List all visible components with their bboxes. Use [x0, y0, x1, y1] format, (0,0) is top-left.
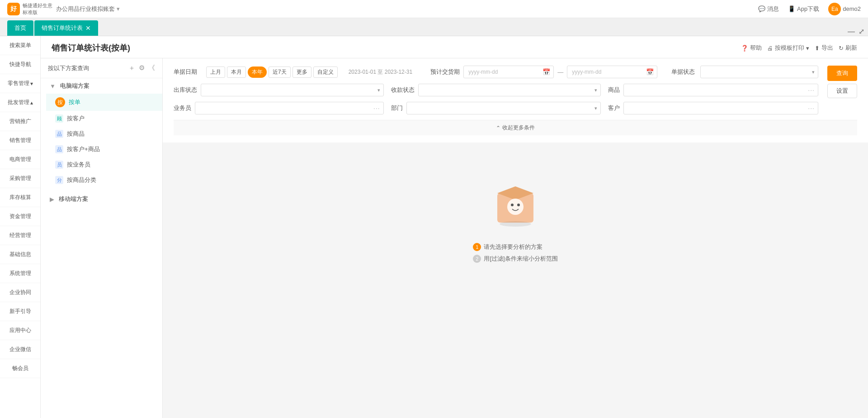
- department-wrapper: ▾: [406, 102, 601, 114]
- export-button[interactable]: ⬆ 导出: [815, 44, 833, 52]
- tip-num-2: 2: [473, 255, 481, 263]
- sidebar-item-marketing[interactable]: 营销推广: [0, 112, 40, 131]
- tree-item-by-customer[interactable]: 顾 按客户: [46, 111, 162, 126]
- chevron-down-icon: ▾: [30, 81, 33, 87]
- filter-row-status: 出库状态 ▾ 收款状态: [174, 84, 818, 96]
- svg-point-4: [517, 204, 520, 206]
- sidebar-item-app-center[interactable]: 应用中心: [0, 321, 40, 340]
- department-select[interactable]: [406, 102, 601, 114]
- sidebar-item-basic[interactable]: 基础信息: [0, 245, 40, 264]
- settings-button[interactable]: 设置: [827, 84, 857, 98]
- this-year-btn[interactable]: 本年: [248, 66, 267, 78]
- goods-input[interactable]: [623, 84, 818, 96]
- left-panel: 按以下方案查询 ＋ ⚙ 《 ▼ 电脑端方案 按 按单: [41, 58, 163, 418]
- refresh-button[interactable]: ↻ 刷新: [839, 44, 857, 52]
- more-btn[interactable]: 更多: [292, 66, 311, 78]
- tree-icon-by-salesperson: 员: [55, 161, 63, 169]
- phone-icon: 📱: [788, 5, 795, 12]
- breadcrumb: 办公用品行业模拟账套 ▾: [56, 5, 120, 13]
- page-title: 销售订单统计表(按单): [52, 43, 130, 53]
- add-scheme-button[interactable]: ＋: [128, 64, 135, 72]
- filter-group-delivery: 出库状态 ▾: [174, 84, 384, 96]
- settings-scheme-button[interactable]: ⚙: [139, 64, 145, 72]
- message-button[interactable]: 💬 消息: [758, 5, 779, 13]
- tree-pc-section: ▼ 电脑端方案: [41, 78, 162, 94]
- topbar: 好 畅捷通好生意 标准版 办公用品行业模拟账套 ▾ 💬 消息 📱 App下载 E…: [0, 0, 868, 18]
- filter-group-customer: 客户 ···: [608, 102, 818, 114]
- sidebar-item-wholesale[interactable]: 批发管理 ▴: [0, 93, 40, 112]
- tree-item-by-goods[interactable]: 品 按商品: [46, 126, 162, 142]
- maximize-button[interactable]: ⤢: [859, 27, 864, 36]
- filter-section: 单据日期 上月 本月 本年 近7天 更多 自定义 2023-01-01 至 20…: [163, 58, 868, 142]
- export-icon: ⬆: [815, 45, 820, 52]
- sidebar-item-enterprise-wechat[interactable]: 企业微信: [0, 340, 40, 359]
- tree-icon-by-customer-goods: 品: [55, 145, 63, 153]
- avatar: Ea: [828, 3, 841, 15]
- tree-item-by-order[interactable]: 按 按单: [46, 94, 162, 111]
- customer-dots-icon[interactable]: ···: [808, 104, 815, 112]
- right-panel: 单据日期 上月 本月 本年 近7天 更多 自定义 2023-01-01 至 20…: [163, 58, 868, 418]
- sidebar-item-enterprise-collab[interactable]: 企业协同: [0, 283, 40, 302]
- goods-dots-icon[interactable]: ···: [808, 86, 815, 94]
- calendar-end-icon[interactable]: 📅: [646, 68, 654, 76]
- tab-sales-order-stats[interactable]: 销售订单统计表 ✕: [34, 20, 98, 36]
- minimize-button[interactable]: —: [848, 28, 855, 36]
- tree-expand-icon[interactable]: ▼: [50, 83, 56, 90]
- this-month-btn[interactable]: 本月: [227, 66, 246, 78]
- expected-delivery-start-input[interactable]: [463, 66, 554, 78]
- page-header: 销售订单统计表(按单) ❓ 帮助 🖨 按模板打印 ▾ ⬆ 导出 ↻ 刷新: [41, 36, 868, 58]
- breadcrumb-dropdown[interactable]: ▾: [117, 5, 120, 12]
- help-button[interactable]: ❓ 帮助: [741, 44, 762, 52]
- calendar-start-icon[interactable]: 📅: [542, 68, 550, 76]
- print-dropdown-icon[interactable]: ▾: [806, 45, 809, 52]
- svg-point-5: [500, 221, 531, 227]
- empty-state: 1 请先选择要分析的方案 2 用[过滤]条件来缩小分析范围: [163, 143, 868, 301]
- tree-item-by-customer-goods[interactable]: 品 按客户+商品: [46, 142, 162, 157]
- app-download-button[interactable]: 📱 App下载: [788, 5, 819, 13]
- bill-status-select[interactable]: [700, 66, 818, 78]
- sidebar-item-new-guide[interactable]: 新手引导: [0, 302, 40, 321]
- tree-icon-by-customer: 顾: [55, 114, 63, 123]
- svg-point-3: [511, 204, 514, 206]
- sidebar-item-finance[interactable]: 资金管理: [0, 207, 40, 226]
- sidebar-item-inventory[interactable]: 库存核算: [0, 188, 40, 207]
- custom-btn[interactable]: 自定义: [313, 66, 338, 78]
- last-7-days-btn[interactable]: 近7天: [269, 66, 291, 78]
- customer-input[interactable]: [623, 102, 818, 114]
- query-button[interactable]: 查询: [827, 66, 857, 81]
- tip-item-1: 1 请先选择要分析的方案: [473, 241, 557, 253]
- sidebar-item-shortcut[interactable]: 快捷导航: [0, 55, 40, 74]
- user-menu[interactable]: Ea demo2: [828, 3, 861, 15]
- sidebar-item-system[interactable]: 系统管理: [0, 264, 40, 283]
- salesperson-input[interactable]: [195, 102, 384, 114]
- last-month-btn[interactable]: 上月: [206, 66, 225, 78]
- sidebar: 搜索菜单 快捷导航 零售管理 ▾ 批发管理 ▴ 营销推广 销售管理 电商管理 采…: [0, 36, 41, 418]
- salesperson-dots-icon[interactable]: ···: [373, 104, 380, 112]
- sidebar-item-operations[interactable]: 经营管理: [0, 226, 40, 245]
- sidebar-item-retail[interactable]: 零售管理 ▾: [0, 74, 40, 93]
- tree-mobile-section: ▶ 移动端方案: [41, 191, 162, 207]
- collapse-panel-button[interactable]: 《: [148, 64, 155, 72]
- sidebar-item-membership[interactable]: 畅会员: [0, 359, 40, 378]
- left-panel-actions: ＋ ⚙ 《: [128, 64, 155, 72]
- sidebar-item-ecommerce[interactable]: 电商管理: [0, 150, 40, 169]
- delivery-status-select[interactable]: [201, 84, 384, 96]
- collapse-filter-button[interactable]: ⌃ 收起更多条件: [174, 120, 857, 135]
- content: 销售订单统计表(按单) ❓ 帮助 🖨 按模板打印 ▾ ⬆ 导出 ↻ 刷新: [41, 36, 868, 418]
- panel-layout: 按以下方案查询 ＋ ⚙ 《 ▼ 电脑端方案 按 按单: [41, 58, 868, 418]
- tree-item-by-salesperson[interactable]: 员 按业务员: [46, 157, 162, 172]
- tab-close-icon[interactable]: ✕: [85, 24, 91, 32]
- goods-input-wrapper: ···: [623, 84, 818, 96]
- payment-status-select[interactable]: [418, 84, 601, 96]
- tree-item-by-goods-category[interactable]: 分 按商品分类: [46, 172, 162, 188]
- tree-expand-mobile-icon[interactable]: ▶: [50, 196, 54, 203]
- sidebar-item-procurement[interactable]: 采购管理: [0, 169, 40, 188]
- main-layout: 搜索菜单 快捷导航 零售管理 ▾ 批发管理 ▴ 营销推广 销售管理 电商管理 采…: [0, 36, 868, 418]
- tab-home[interactable]: 首页: [7, 20, 33, 36]
- sidebar-item-search[interactable]: 搜索菜单: [0, 36, 40, 55]
- tip-num-1: 1: [473, 243, 481, 251]
- print-button[interactable]: 🖨 按模板打印 ▾: [767, 44, 809, 52]
- bill-status-wrapper: ▾: [700, 66, 818, 78]
- expected-delivery-end-input[interactable]: [567, 66, 657, 78]
- sidebar-item-sales[interactable]: 销售管理: [0, 131, 40, 150]
